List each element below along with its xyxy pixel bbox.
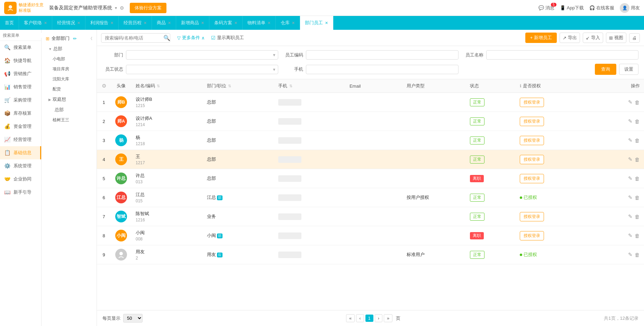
sidebar-item-系统管理[interactable]: ⚙️系统管理 [0,159,41,173]
nav-tab-条码方案[interactable]: 条码方案✕ [209,16,243,30]
col-name[interactable]: 姓名/编码 ⇅ [131,79,203,93]
sidebar-item-库存核算[interactable]: 📦库存核算 [0,107,41,120]
dept-select[interactable] [126,50,278,60]
tab-close-icon[interactable]: ✕ [110,21,114,25]
emp-code-input[interactable] [306,50,458,60]
show-resigned-toggle[interactable]: ☑ 显示离职员工 [211,35,244,41]
import-button[interactable]: ↙ 导入 [583,33,603,43]
delete-button[interactable]: 🗑 [635,138,640,143]
auth-button[interactable]: 授权登录 [520,136,544,145]
tab-close-icon[interactable]: ✕ [144,21,147,25]
nav-tab-新增商品[interactable]: 新增商品✕ [176,16,209,30]
edit-button[interactable]: ✎ [628,213,633,220]
nav-tab-经营情况[interactable]: 经营情况✕ [52,16,85,30]
tab-close-icon[interactable]: ✕ [44,21,47,25]
tab-close-icon[interactable]: ✕ [267,21,271,25]
nav-tab-客户联络[interactable]: 客户联络✕ [19,16,52,30]
sidebar-item-经营管理[interactable]: 📈经营管理 [0,133,41,146]
user-item[interactable]: 👤 用友 [620,3,640,13]
tab-close-icon[interactable]: ✕ [168,21,171,25]
edit-button[interactable]: ✎ [628,156,633,162]
delete-button[interactable]: 🗑 [635,233,640,239]
tree-sub-peihuo[interactable]: 配货 [42,84,97,94]
page-size-select[interactable]: 50 20 100 [123,314,143,323]
tree-item-shuangtingxiang[interactable]: ▶ 双庭想 [42,94,97,105]
nav-tab-商品[interactable]: 商品✕ [152,16,176,30]
auth-button[interactable]: 授权登录 [520,117,544,126]
delete-button[interactable]: 🗑 [635,118,640,124]
sidebar-item-基础信息[interactable]: 📋基础信息 [0,146,41,159]
sidebar-item-企业协同[interactable]: 🤝企业协同 [0,173,41,186]
tree-sub-xiangmukufang[interactable]: 项目库房 [42,64,97,74]
view-button[interactable]: ⊞ 视图 [606,33,626,43]
nav-tab-部门员工[interactable]: 部门员工✕ [300,16,333,30]
col-gear[interactable]: ⚙ [97,79,111,93]
reset-button[interactable]: 设置 [619,64,638,75]
auth-button[interactable]: 授权登录 [520,212,544,221]
sidebar-item-资金管理[interactable]: 💰资金管理 [0,120,41,133]
auth-button[interactable]: 授权登录 [520,98,544,107]
sidebar-item-新手引导[interactable]: 📖新手引导 [0,186,41,199]
query-button[interactable]: 查询 [595,64,616,75]
edit-button[interactable]: ✎ [628,137,633,143]
col-phone[interactable]: 手机 ⇅ [274,79,345,93]
nav-tab-物料清单[interactable]: 物料清单✕ [243,16,276,30]
edit-icon[interactable]: ✏ [73,36,77,41]
last-page-btn[interactable]: » [384,314,392,322]
row-ops: ✎🗑 [587,150,644,169]
tab-close-icon[interactable]: ✕ [325,21,328,25]
tree-item-zongbu-parent[interactable]: ▼ 总部 [42,44,97,54]
title-arrow-icon[interactable]: ▾ [115,6,117,10]
sidebar-item-快捷导航[interactable]: 🏠快捷导航 [0,54,41,67]
delete-button[interactable]: 🗑 [635,252,640,258]
search-input[interactable] [101,33,170,43]
tree-sub-xiaodibu[interactable]: 小电部 [42,54,97,64]
tab-close-icon[interactable]: ✕ [234,21,237,25]
tree-sub-zhishuwang[interactable]: 植树王三 [42,115,97,125]
message-item[interactable]: 💬 消息 5 [538,5,554,11]
first-page-btn[interactable]: « [346,314,355,322]
nav-tab-仓库[interactable]: 仓库✕ [276,16,300,30]
sidebar-item-搜索菜单[interactable]: 🔍搜索菜单 [0,41,41,54]
more-conditions-btn[interactable]: ▽ 更多条件 ∧ [177,35,205,41]
print-button[interactable]: 🖨 [629,33,640,43]
next-page-btn[interactable]: › [375,314,382,322]
nav-tab-首页[interactable]: 首页 [0,16,19,30]
export-button[interactable]: ↗ 导出 [560,33,580,43]
auth-button[interactable]: 授权登录 [520,231,544,240]
add-employee-button[interactable]: + 新增员工 [525,33,557,43]
phone-input[interactable] [306,65,458,74]
collapse-icon[interactable]: 《 [89,36,92,41]
gear-icon[interactable]: ⚙ [120,5,124,11]
delete-button[interactable]: 🗑 [635,157,640,162]
tree-item-zongbu[interactable]: 总部 [42,105,97,115]
trial-button[interactable]: 体验行业方案 [130,3,166,13]
nav-tab-经营历程[interactable]: 经营历程✕ [119,16,152,30]
edit-button[interactable]: ✎ [628,194,633,201]
edit-button[interactable]: ✎ [628,175,633,182]
tab-close-icon[interactable]: ✕ [77,21,80,25]
col-dept[interactable]: 部门/职位 ⇅ [203,79,274,93]
delete-button[interactable]: 🗑 [635,99,640,105]
delete-button[interactable]: 🗑 [635,214,640,220]
auth-button[interactable]: 授权登录 [520,174,544,183]
app-download-item[interactable]: 📱 App下载 [560,5,584,11]
edit-button[interactable]: ✎ [628,118,633,124]
edit-button[interactable]: ✎ [628,232,633,239]
tab-close-icon[interactable]: ✕ [292,21,295,25]
tab-close-icon[interactable]: ✕ [201,21,204,25]
emp-name-input[interactable] [486,50,638,60]
sidebar-item-采购管理[interactable]: 🛒采购管理 [0,94,41,107]
online-service-item[interactable]: 🎧 在线客服 [589,5,614,11]
edit-button[interactable]: ✎ [628,252,633,258]
delete-button[interactable]: 🗑 [635,195,640,201]
delete-button[interactable]: 🗑 [635,176,640,182]
sidebar-item-营销推广[interactable]: 📢营销推广 [0,67,41,80]
prev-page-btn[interactable]: ‹ [356,314,364,322]
nav-tab-利润报告[interactable]: 利润报告✕ [85,16,119,30]
sidebar-item-销售管理[interactable]: 📊销售管理 [0,80,41,94]
tree-sub-shenyangdaku[interactable]: 沈阳大库 [42,74,97,84]
edit-button[interactable]: ✎ [628,99,633,105]
auth-button[interactable]: 授权登录 [520,155,544,164]
emp-status-select[interactable] [126,65,278,74]
